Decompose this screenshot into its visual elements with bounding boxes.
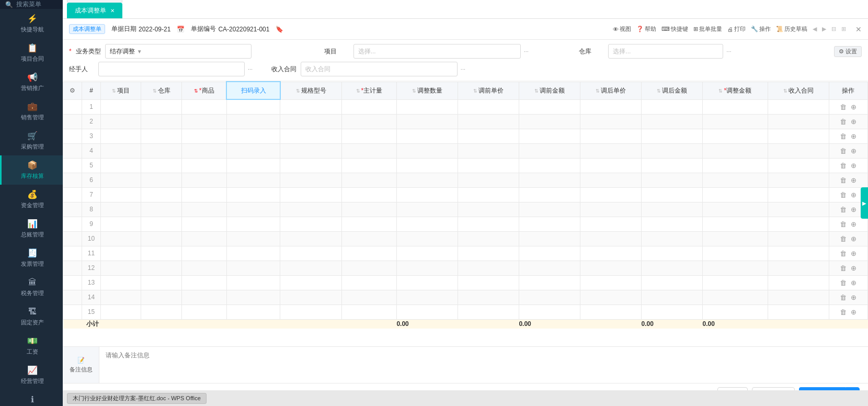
row-before-amount[interactable]: [519, 202, 580, 217]
row-copy-btn[interactable]: ⊕: [850, 175, 858, 185]
row-adjust-qty[interactable]: [396, 202, 458, 217]
row-adjust-amount[interactable]: [702, 129, 768, 143]
row-adjust-amount[interactable]: [702, 114, 768, 129]
row-spec[interactable]: [280, 99, 342, 114]
row-before-price[interactable]: [458, 231, 519, 246]
row-before-price[interactable]: [458, 202, 519, 217]
sidebar-item-inventory[interactable]: 📦 库存核算: [0, 155, 63, 185]
row-copy-btn[interactable]: ⊕: [850, 219, 858, 229]
sidebar-search[interactable]: 🔍 搜索菜单: [0, 0, 63, 9]
row-copy-btn[interactable]: ⊕: [850, 190, 858, 200]
row-warehouse[interactable]: [141, 202, 181, 217]
row-before-amount[interactable]: [519, 143, 580, 158]
row-unit[interactable]: [341, 246, 396, 261]
sidebar-item-project-contract[interactable]: 📋 项目合同: [0, 38, 63, 67]
row-income-contract[interactable]: [768, 158, 829, 173]
row-adjust-amount[interactable]: [702, 217, 768, 231]
row-income-contract[interactable]: [768, 114, 829, 129]
row-copy-btn[interactable]: ⊕: [850, 278, 858, 288]
row-before-price[interactable]: [458, 143, 519, 158]
row-income-contract[interactable]: [768, 246, 829, 261]
row-after-price[interactable]: [580, 143, 641, 158]
row-income-contract[interactable]: [768, 275, 829, 290]
row-adjust-qty[interactable]: [396, 129, 458, 143]
row-spec[interactable]: [280, 275, 342, 290]
row-spec[interactable]: [280, 129, 342, 143]
row-adjust-qty[interactable]: [396, 99, 458, 114]
row-spec[interactable]: [280, 187, 342, 202]
col-scan[interactable]: 扫码录入: [226, 82, 280, 99]
row-spec[interactable]: [280, 143, 342, 158]
row-adjust-amount[interactable]: [702, 275, 768, 290]
sidebar-item-marketing[interactable]: 📢 营销推广: [0, 67, 63, 97]
row-project[interactable]: [101, 99, 141, 114]
history-btn[interactable]: 📜 历史草稿: [776, 25, 807, 33]
row-before-price[interactable]: [458, 304, 519, 319]
row-project[interactable]: [101, 158, 141, 173]
sidebar-item-quick-nav[interactable]: ⚡ 快捷导航: [0, 9, 63, 38]
business-type-input[interactable]: 结存调整 ▼: [105, 44, 252, 59]
row-warehouse[interactable]: [141, 246, 181, 261]
row-after-amount[interactable]: [641, 114, 702, 129]
row-scan[interactable]: [226, 290, 280, 304]
row-unit[interactable]: [341, 231, 396, 246]
row-spec[interactable]: [280, 173, 342, 187]
row-after-amount[interactable]: [641, 173, 702, 187]
row-copy-btn[interactable]: ⊕: [850, 234, 858, 244]
income-contract-input[interactable]: 收入合同: [301, 62, 458, 76]
row-income-contract[interactable]: [768, 99, 829, 114]
row-after-amount[interactable]: [641, 217, 702, 231]
row-unit[interactable]: [341, 99, 396, 114]
row-copy-btn[interactable]: ⊕: [850, 102, 858, 112]
row-warehouse[interactable]: [141, 173, 181, 187]
row-product[interactable]: [181, 129, 226, 143]
row-income-contract[interactable]: [768, 290, 829, 304]
row-after-price[interactable]: [580, 129, 641, 143]
row-before-price[interactable]: [458, 290, 519, 304]
row-before-amount[interactable]: [519, 114, 580, 129]
row-before-amount[interactable]: [519, 99, 580, 114]
row-delete-btn[interactable]: 🗑: [839, 278, 848, 288]
row-spec[interactable]: [280, 246, 342, 261]
row-before-price[interactable]: [458, 261, 519, 275]
row-delete-btn[interactable]: 🗑: [839, 249, 848, 258]
row-project[interactable]: [101, 202, 141, 217]
row-scan[interactable]: [226, 304, 280, 319]
row-product[interactable]: [181, 217, 226, 231]
row-warehouse[interactable]: [141, 129, 181, 143]
row-delete-btn[interactable]: 🗑: [839, 190, 848, 200]
row-product[interactable]: [181, 275, 226, 290]
row-delete-btn[interactable]: 🗑: [839, 292, 848, 302]
row-copy-btn[interactable]: ⊕: [850, 263, 858, 273]
sidebar-item-ledger[interactable]: 📊 总账管理: [0, 214, 63, 243]
side-expand-tab[interactable]: ▶: [861, 187, 868, 219]
row-adjust-amount[interactable]: [702, 143, 768, 158]
row-scan[interactable]: [226, 202, 280, 217]
row-after-amount[interactable]: [641, 158, 702, 173]
row-after-price[interactable]: [580, 246, 641, 261]
row-after-price[interactable]: [580, 217, 641, 231]
row-after-price[interactable]: [580, 202, 641, 217]
row-warehouse[interactable]: [141, 231, 181, 246]
row-warehouse[interactable]: [141, 114, 181, 129]
row-delete-btn[interactable]: 🗑: [839, 102, 848, 112]
row-warehouse[interactable]: [141, 187, 181, 202]
row-adjust-amount[interactable]: [702, 231, 768, 246]
row-before-price[interactable]: [458, 217, 519, 231]
row-product[interactable]: [181, 304, 226, 319]
row-project[interactable]: [101, 129, 141, 143]
row-before-price[interactable]: [458, 275, 519, 290]
row-after-price[interactable]: [580, 304, 641, 319]
row-after-price[interactable]: [580, 158, 641, 173]
row-project[interactable]: [101, 217, 141, 231]
row-warehouse[interactable]: [141, 99, 181, 114]
row-scan[interactable]: [226, 173, 280, 187]
row-adjust-amount[interactable]: [702, 261, 768, 275]
row-unit[interactable]: [341, 143, 396, 158]
row-unit[interactable]: [341, 202, 396, 217]
operate-btn[interactable]: 🔧 操作: [751, 25, 771, 33]
row-adjust-amount[interactable]: [702, 187, 768, 202]
row-adjust-amount[interactable]: [702, 246, 768, 261]
row-income-contract[interactable]: [768, 261, 829, 275]
calendar-icon[interactable]: 📅: [177, 26, 185, 33]
